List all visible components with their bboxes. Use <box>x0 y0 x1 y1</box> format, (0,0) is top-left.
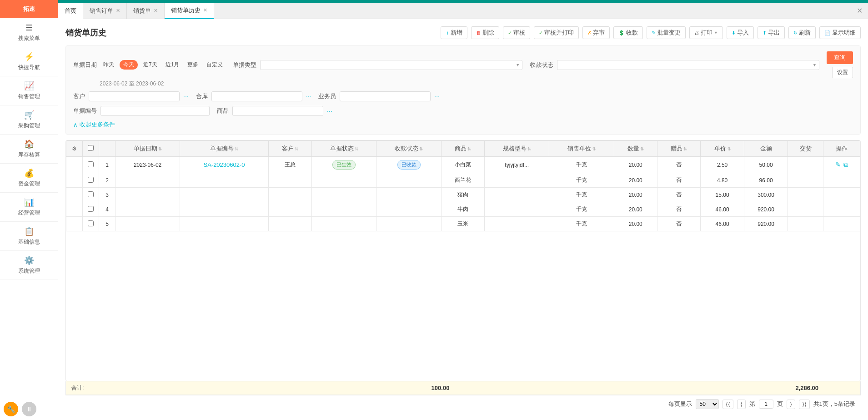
date-tab-7days[interactable]: 近7天 <box>140 60 160 70</box>
abandon-button[interactable]: ✗ 弃审 <box>582 26 610 39</box>
next-page-button[interactable]: ⟩ <box>787 400 795 409</box>
th-payment-status[interactable]: 收款状态 ⇅ <box>376 141 441 157</box>
date-filter-group: 单据日期 昨天 今天 近7天 近1月 更多 自定义 <box>73 60 226 70</box>
th-doc-no[interactable]: 单据编号 ⇅ <box>180 141 269 157</box>
salesperson-input[interactable] <box>340 91 431 101</box>
finance-icon: 💰 <box>24 168 34 178</box>
sales-icon: 📈 <box>24 81 34 91</box>
date-tab-today[interactable]: 今天 <box>120 60 138 70</box>
sidebar-bottom-btn2[interactable]: ⏸ <box>22 402 36 416</box>
operations-icon: 📊 <box>24 197 34 207</box>
th-customer[interactable]: 客户 ⇅ <box>268 141 311 157</box>
th-sales-unit[interactable]: 销售单位 ⇅ <box>549 141 614 157</box>
product-input[interactable] <box>232 106 323 116</box>
import-button[interactable]: ⬇ 导入 <box>727 26 754 39</box>
tab-sales-order[interactable]: 销售订单 ✕ <box>83 3 127 19</box>
th-product[interactable]: 商品 ⇅ <box>441 141 484 157</box>
th-doc-status[interactable]: 单据状态 ⇅ <box>312 141 376 157</box>
sidebar-item-inventory[interactable]: 🏠 库存核算 <box>0 135 58 164</box>
warehouse-input[interactable] <box>211 91 302 101</box>
customer-label: 客户 <box>73 92 85 100</box>
doc-type-select[interactable] <box>260 60 522 70</box>
quick-nav-icon: ⚡ <box>24 52 34 62</box>
export-icon: ⬆ <box>763 30 767 36</box>
refresh-button[interactable]: ↻ 刷新 <box>788 26 816 39</box>
date-tab-custom[interactable]: 自定义 <box>204 60 226 70</box>
sidebar-item-search-menu[interactable]: ☰ 搜索菜单 <box>0 18 58 47</box>
sort-icon-doc-status: ⇅ <box>355 146 358 151</box>
date-tab-1month[interactable]: 近1月 <box>163 60 182 70</box>
sidebar-item-quick-nav[interactable]: ⚡ 快捷导航 <box>0 47 58 76</box>
copy-icon[interactable]: ⧉ <box>843 161 848 169</box>
doc-no-input[interactable] <box>100 106 210 116</box>
customer-filter-group: 客户 ··· <box>73 91 189 101</box>
edit-icon[interactable]: ✎ <box>835 161 841 169</box>
query-button[interactable]: 查询 <box>827 51 853 64</box>
sidebar-item-basic-info[interactable]: 📋 基础信息 <box>0 222 58 251</box>
row-checkbox-3[interactable] <box>88 206 94 212</box>
row-checkbox-2[interactable] <box>88 191 94 197</box>
sidebar-item-sales-mgmt[interactable]: 📈 销售管理 <box>0 76 58 105</box>
tab-sales-goods[interactable]: 销货单 ✕ <box>127 3 165 19</box>
first-page-button[interactable]: ⟨⟨ <box>722 400 733 409</box>
main-area: 首页 销售订单 ✕ 销货单 ✕ 销货单历史 ✕ ✕ 销货单历史 + 新增 <box>58 0 868 420</box>
tab-sales-history[interactable]: 销货单历史 ✕ <box>165 3 214 19</box>
audit-print-button[interactable]: ✓ 审核并打印 <box>534 26 579 39</box>
th-spec[interactable]: 规格型号 ⇅ <box>485 141 549 157</box>
row-checkbox-1[interactable] <box>88 177 94 183</box>
filter-actions: 查询 设置 <box>827 51 853 78</box>
date-range-text: 2023-06-02 至 2023-06-02 <box>100 80 164 87</box>
th-gift[interactable]: 赠品 ⇅ <box>657 141 700 157</box>
footer-total-qty: 100.00 <box>117 385 764 391</box>
page-input[interactable] <box>759 400 773 409</box>
date-tab-more[interactable]: 更多 <box>185 60 201 70</box>
batch-change-button[interactable]: ✎ 批量变更 <box>647 26 686 39</box>
doc-no-link[interactable]: SA-20230602-0 <box>203 161 245 168</box>
delete-button[interactable]: 🗑 删除 <box>471 26 499 39</box>
last-page-button[interactable]: ⟩⟩ <box>799 400 810 409</box>
export-button[interactable]: ⬆ 导出 <box>758 26 785 39</box>
sidebar-bottom-btn1[interactable]: 🔧 <box>4 402 18 416</box>
page-suffix: 页 <box>777 400 783 408</box>
new-button[interactable]: + 新增 <box>441 26 467 39</box>
sidebar-item-operations[interactable]: 📊 经营管理 <box>0 193 58 222</box>
payment-status-select[interactable] <box>557 60 819 70</box>
sidebar-item-label: 系统管理 <box>18 267 40 275</box>
customer-input[interactable] <box>89 91 180 101</box>
customer-dots[interactable]: ··· <box>183 93 189 100</box>
th-unit-price[interactable]: 单价 ⇅ <box>701 141 744 157</box>
date-tab-yesterday[interactable]: 昨天 <box>100 60 117 70</box>
th-quantity[interactable]: 数量 ⇅ <box>614 141 657 157</box>
tab-bar: 首页 销售订单 ✕ 销货单 ✕ 销货单历史 ✕ ✕ <box>58 3 868 19</box>
audit-button[interactable]: ✓ 审核 <box>503 26 530 39</box>
sort-icon-doc-date: ⇅ <box>158 146 162 151</box>
tab-close-all[interactable]: ✕ <box>851 6 868 15</box>
tab-sales-order-close[interactable]: ✕ <box>116 8 120 14</box>
tab-sales-goods-close[interactable]: ✕ <box>154 8 158 14</box>
th-doc-date[interactable]: 单据日期 ⇅ <box>115 141 180 157</box>
collapse-button[interactable]: ∧ 收起更多条件 <box>73 120 853 129</box>
sidebar-item-purchase-mgmt[interactable]: 🛒 采购管理 <box>0 105 58 135</box>
sidebar-item-sys-mgmt[interactable]: ⚙️ 系统管理 <box>0 251 58 280</box>
tab-sales-history-close[interactable]: ✕ <box>203 7 207 13</box>
collect-button[interactable]: 💲 收款 <box>613 26 643 39</box>
sort-icon-unit-price: ⇅ <box>727 146 731 151</box>
settings-button[interactable]: 设置 <box>832 67 853 78</box>
row-checkbox-0[interactable] <box>88 161 94 167</box>
warehouse-dots[interactable]: ··· <box>306 93 311 100</box>
show-detail-button[interactable]: 📄 显示明细 <box>819 26 861 39</box>
per-page-select[interactable]: 50 100 <box>696 399 719 409</box>
print-button[interactable]: 🖨 打印 ▼ <box>689 26 723 39</box>
sidebar-item-finance[interactable]: 💰 资金管理 <box>0 164 58 193</box>
doc-no-label: 单据编号 <box>73 107 97 115</box>
salesperson-dots[interactable]: ··· <box>434 93 440 100</box>
tab-home[interactable]: 首页 <box>58 3 83 19</box>
th-settings[interactable]: ⚙ <box>66 141 83 157</box>
doc-type-filter-group: 单据类型 <box>233 60 522 70</box>
row-checkbox-4[interactable] <box>88 220 94 226</box>
product-dots[interactable]: ··· <box>327 107 332 115</box>
select-all-checkbox[interactable] <box>88 145 94 151</box>
prev-page-button[interactable]: ⟨ <box>737 400 746 409</box>
table-container: ⚙ 单据日期 ⇅ 单据编号 <box>65 140 861 381</box>
table-footer: 合计: 100.00 2,286.00 <box>65 381 861 395</box>
